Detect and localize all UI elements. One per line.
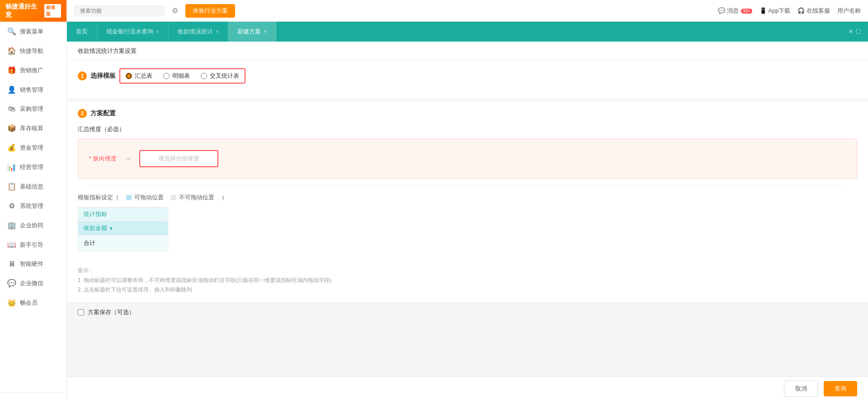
sales-label: 销售管理 — [20, 86, 43, 94]
metrics-col1-label: 收款金额 — [84, 224, 107, 232]
step1-title: 选择模板 — [90, 72, 116, 80]
hints-section: 提示： 1. 拖动标题栏可以调整布局，不可跨维度或指标区域拖动栏目字段(只能在同… — [67, 259, 868, 302]
vertical-dim-label: * 纵向维度 — [89, 155, 117, 163]
member-label: 畅会员 — [20, 299, 38, 307]
draggable-label: 可拖动位置 — [134, 193, 164, 202]
finance-icon: 💰 — [7, 143, 16, 152]
sidebar-item-marketing[interactable]: 🎁营销推广 — [0, 61, 66, 80]
fixed-label: 不可拖动位置 — [179, 193, 214, 202]
radio-summary[interactable]: 汇总表 — [126, 72, 152, 80]
metrics-title-row: 统计指标 — [78, 207, 168, 221]
save-label: 方案保存（可选） — [88, 308, 135, 316]
support-link[interactable]: 🎧 在线客服 — [797, 7, 830, 15]
tab-bank-flow-close[interactable]: × — [156, 28, 159, 35]
window-maximize-btn[interactable]: □ — [856, 28, 861, 36]
sidebar-item-basic-info[interactable]: 📋基础信息 — [0, 177, 66, 196]
tab-new-plan-close[interactable]: × — [264, 28, 267, 35]
logo-text: 畅捷通好生意 — [5, 3, 42, 19]
step2-header: 2 方案配置 — [78, 109, 857, 118]
sidebar-item-enterprise[interactable]: 🏢企业协同 — [0, 216, 66, 235]
footer: 取消 查询 — [67, 376, 868, 400]
tab-bank-flow[interactable]: 现金银行流水查询 × — [97, 22, 169, 42]
metrics-header: 模板指标设定（ 可拖动位置 不可拖动位置 ） — [78, 193, 857, 202]
inventory-label: 库存核算 — [20, 124, 43, 132]
metrics-dropdown-icon[interactable]: ▼ — [109, 226, 113, 231]
step1-num: 1 — [78, 71, 87, 80]
tabs-right: × □ — [849, 28, 868, 36]
query-button[interactable]: 查询 — [824, 381, 857, 396]
window-close-btn[interactable]: × — [849, 28, 853, 36]
radio-summary-input[interactable] — [126, 73, 132, 79]
dimension-select[interactable]: 请选择分组维度 — [139, 150, 218, 167]
tab-home[interactable]: 首页 — [67, 22, 97, 42]
gear-icon[interactable]: ⚙ — [172, 6, 178, 15]
sidebar-item-inventory[interactable]: 📦库存核算 — [0, 118, 66, 138]
metrics-table: 统计指标 收款金额 ▼ 合计 — [78, 207, 168, 251]
notification-badge: 99+ — [741, 9, 752, 14]
search-menu-icon: 🔍 — [7, 27, 16, 36]
step2-title: 方案配置 — [90, 109, 116, 118]
topbar: ⚙ 体验行业方案 💬 消息 99+ 📱 App下载 🎧 在线客服 用户名称 — [67, 0, 868, 22]
system-icon: ⚙ — [7, 202, 16, 210]
industry-btn[interactable]: 体验行业方案 — [185, 4, 235, 18]
sidebar-bottom — [0, 392, 66, 400]
step1-header: 1 选择模板 汇总表 明细表 交叉统计表 — [78, 68, 857, 84]
radio-cross[interactable]: 交叉统计表 — [201, 72, 239, 80]
hardware-icon: 🖥 — [7, 260, 16, 268]
tab-home-label: 首页 — [76, 28, 88, 36]
marketing-label: 营销推广 — [20, 66, 43, 75]
save-section: 方案保存（可选） — [67, 302, 868, 322]
draggable-dot — [126, 195, 132, 200]
system-label: 系统管理 — [20, 202, 43, 210]
hints-label: 提示： — [78, 267, 94, 273]
member-icon: 👑 — [7, 298, 16, 307]
sales-icon: 👤 — [7, 85, 16, 94]
page-title: 收款情况统计方案设置 — [67, 42, 868, 61]
download-link[interactable]: 📱 App下载 — [760, 7, 790, 15]
sidebar-item-system[interactable]: ⚙系统管理 — [0, 196, 66, 216]
metrics-col-header[interactable]: 收款金额 ▼ — [78, 221, 168, 235]
tab-new-plan[interactable]: 新建方案 × — [228, 22, 276, 42]
sidebar-item-hardware[interactable]: 🖥智能硬件 — [0, 254, 66, 273]
sidebar-item-finance[interactable]: 💰资金管理 — [0, 138, 66, 157]
sidebar-item-operations[interactable]: 📊经营管理 — [0, 157, 66, 177]
tab-receipt-stats-label: 收款情况统计 — [178, 28, 213, 36]
metrics-section: 模板指标设定（ 可拖动位置 不可拖动位置 ） 统计指标 收款金额 ▼ — [67, 193, 868, 259]
basic-info-icon: 📋 — [7, 182, 16, 191]
radio-cross-label: 交叉统计表 — [210, 72, 239, 80]
radio-detail-input[interactable] — [163, 73, 170, 79]
sidebar-item-sales[interactable]: 👤销售管理 — [0, 80, 66, 99]
sidebar-logo: 畅捷通好生意 标准版 — [0, 0, 66, 22]
sidebar-item-guide[interactable]: 📖新手引导 — [0, 235, 66, 254]
dimension-row: * 纵向维度 → 请选择分组维度 — [89, 150, 846, 167]
template-options: 汇总表 明细表 交叉统计表 — [119, 68, 245, 84]
dimension-arrow: → — [124, 154, 132, 164]
step2-section: 2 方案配置 汇总维度（必选） * 纵向维度 → 请选择分组维度 — [67, 102, 868, 193]
sidebar-item-search-menu[interactable]: 🔍搜索菜单 — [0, 22, 66, 41]
step2-num: 2 — [78, 109, 87, 118]
tab-receipt-stats-close[interactable]: × — [216, 28, 219, 35]
marketing-icon: 🎁 — [7, 66, 16, 75]
search-input[interactable] — [74, 5, 165, 16]
guide-icon: 📖 — [7, 240, 16, 249]
sidebar-item-purchase[interactable]: 🛍采购管理 — [0, 99, 66, 118]
message-area[interactable]: 💬 消息 99+ — [718, 7, 752, 15]
cancel-button[interactable]: 取消 — [784, 381, 818, 397]
tab-receipt-stats[interactable]: 收款情况统计 × — [169, 22, 228, 42]
save-checkbox[interactable] — [78, 309, 84, 315]
tab-new-plan-label: 新建方案 — [237, 28, 261, 36]
sidebar-item-member[interactable]: 👑畅会员 — [0, 293, 66, 312]
dimension-area: * 纵向维度 → 请选择分组维度 — [78, 139, 857, 179]
user-name[interactable]: 用户名称 — [837, 7, 861, 15]
search-menu-label: 搜索菜单 — [20, 28, 43, 36]
finance-label: 资金管理 — [20, 144, 43, 152]
draggable-legend: 可拖动位置 — [126, 193, 164, 202]
sidebar-item-wechat[interactable]: 💬企业微信 — [0, 273, 66, 293]
sidebar-item-quick-nav[interactable]: 🏠快捷导航 — [0, 41, 66, 61]
topbar-right: 💬 消息 99+ 📱 App下载 🎧 在线客服 用户名称 — [718, 7, 861, 15]
radio-detail[interactable]: 明细表 — [163, 72, 190, 80]
step1-section: 1 选择模板 汇总表 明细表 交叉统计表 — [67, 61, 868, 98]
radio-cross-input[interactable] — [201, 73, 207, 79]
quick-nav-label: 快捷导航 — [20, 47, 43, 55]
operations-icon: 📊 — [7, 163, 16, 171]
